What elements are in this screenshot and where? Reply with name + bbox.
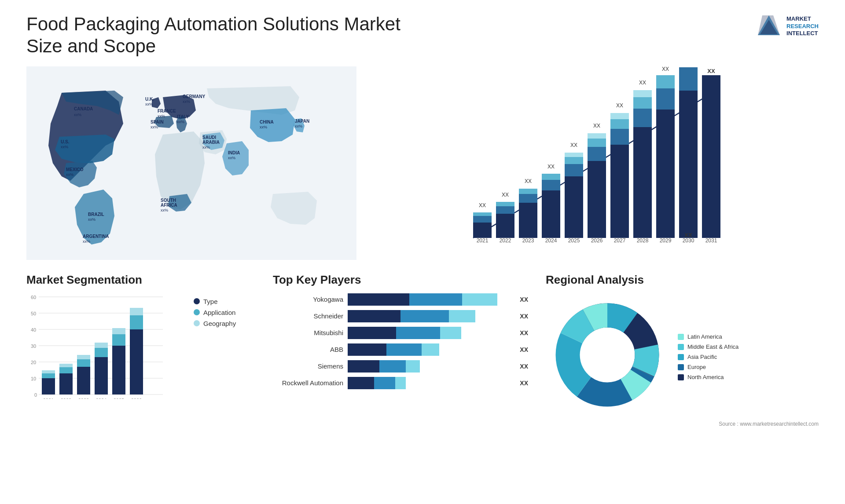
player-val-yokogawa: XX	[520, 296, 528, 303]
page-title: Food Packaging Automation Solutions Mark…	[26, 13, 422, 58]
map-label-saudi: SAUDI	[202, 135, 216, 140]
bar-seg1-abb	[348, 343, 386, 356]
bar-label-2027: XX	[616, 102, 623, 109]
bar-2026-light	[588, 139, 606, 147]
bar-2029-mid	[656, 88, 675, 110]
legend-color-north-america	[678, 374, 684, 380]
player-val-siemens: XX	[520, 363, 528, 370]
bar-seg3-schneider	[449, 310, 475, 322]
map-label-mexico: MEXICO	[66, 167, 84, 172]
bar-chart-svg: XX 2021 XX 2022 XX 2023	[374, 66, 819, 260]
player-name-yokogawa: Yokogawa	[273, 296, 343, 303]
year-2028: 2028	[637, 237, 649, 244]
legend-color-middle-east-africa	[678, 344, 684, 350]
legend-color-latin-america	[678, 334, 684, 340]
map-label-germany: GERMANY	[183, 94, 205, 99]
svg-rect-33	[95, 343, 108, 348]
map-val-canada: xx%	[74, 113, 81, 117]
bar-seg2-rockwell	[374, 377, 395, 389]
top-section: CANADA xx% U.S. xx% MEXICO xx% BRAZIL xx…	[26, 66, 819, 260]
bar-2026-lightest	[588, 133, 606, 139]
year-2030: 2030	[683, 237, 694, 244]
bar-2027-lightest	[610, 113, 629, 119]
key-players-title: Top Key Players	[273, 273, 528, 287]
map-val-saudi: xx%	[202, 145, 210, 150]
map-val-us: xx%	[61, 145, 68, 149]
players-list: Yokogawa XX Schneider	[273, 293, 528, 389]
svg-rect-23	[42, 373, 55, 378]
header: Food Packaging Automation Solutions Mark…	[26, 13, 819, 58]
legend-north-america: North America	[678, 374, 738, 380]
logo-text: MARKET RESEARCH INTELLECT	[786, 15, 819, 38]
legend-asia-pacific: Asia Pacific	[678, 354, 738, 360]
bar-2028-light	[633, 97, 652, 109]
map-val-spain: xx%	[151, 125, 158, 129]
map-label-japan: JAPAN	[295, 119, 309, 124]
map-label-southafrica: SOUTH	[161, 198, 176, 203]
svg-rect-38	[130, 315, 143, 329]
bottom-section: Market Segmentation 0 10 20 30 40 50 60	[26, 273, 819, 427]
player-name-rockwell: Rockwell Automation	[273, 379, 343, 387]
regional-inner: Latin America Middle East & Africa Asia …	[546, 293, 819, 416]
svg-text:40: 40	[31, 327, 36, 332]
legend-color-europe	[678, 364, 684, 370]
bar-2027-mid	[610, 129, 629, 145]
bar-seg2-abb	[386, 343, 422, 356]
svg-rect-26	[59, 367, 73, 373]
regional-title: Regional Analysis	[546, 273, 819, 287]
bar-label-2028: XX	[639, 80, 646, 86]
bar-seg1-schneider	[348, 310, 400, 322]
map-label-india: INDIA	[228, 150, 240, 155]
svg-rect-25	[59, 373, 73, 394]
svg-text:XX: XX	[684, 232, 692, 238]
bar-2023-light	[519, 189, 537, 194]
svg-rect-39	[130, 308, 143, 315]
year-2031: 2031	[705, 237, 717, 244]
svg-rect-31	[95, 357, 108, 394]
player-row-schneider: Schneider XX	[273, 310, 528, 322]
map-label-canada: CANADA	[74, 106, 93, 111]
map-label-southafrica2: AFRICA	[161, 203, 177, 208]
map-label-brazil: BRAZIL	[88, 212, 104, 217]
player-bar-abb	[348, 343, 512, 356]
player-val-schneider: XX	[520, 313, 528, 320]
bar-2029-light	[656, 75, 675, 88]
map-label-argentina: ARGENTINA	[83, 234, 109, 239]
logo-icon	[756, 13, 782, 40]
bar-2022-light	[496, 202, 514, 206]
bar-2022-mid	[496, 206, 514, 214]
svg-text:2021: 2021	[43, 398, 54, 399]
donut-legend: Latin America Middle East & Africa Asia …	[678, 333, 738, 380]
player-name-schneider: Schneider	[273, 312, 343, 320]
svg-rect-34	[112, 346, 125, 394]
bar-2027-light	[610, 119, 629, 129]
legend-geography: Geography	[194, 320, 236, 327]
regional-section: Regional Analysis	[546, 273, 819, 427]
bar-label-2022: XX	[502, 192, 509, 198]
map-val-uk: xx%	[145, 102, 153, 106]
map-val-argentina: xx%	[83, 239, 90, 244]
bar-seg1-yokogawa	[348, 293, 409, 306]
segmentation-title: Market Segmentation	[26, 273, 255, 287]
bar-2028-mid	[633, 109, 652, 127]
player-row-abb: ABB XX	[273, 343, 528, 356]
year-2026: 2026	[591, 237, 603, 244]
bar-seg3-siemens	[406, 360, 420, 373]
player-name-mitsubishi: Mitsubishi	[273, 329, 343, 336]
legend-middle-east-africa: Middle East & Africa	[678, 343, 738, 350]
map-val-japan: xx%	[295, 124, 302, 128]
bar-seg3-rockwell	[395, 377, 406, 389]
legend-dot-type	[194, 298, 200, 304]
bar-label-2023: XX	[525, 178, 532, 184]
bar-seg1-rockwell	[348, 377, 374, 389]
player-bar-rockwell	[348, 377, 512, 389]
svg-text:XX: XX	[707, 68, 715, 74]
player-row-rockwell: Rockwell Automation XX	[273, 377, 528, 389]
bar-2027-dark	[610, 145, 629, 238]
bar-2025-lightest	[565, 153, 583, 157]
svg-rect-37	[130, 329, 143, 394]
bar-2021-dark	[473, 223, 492, 238]
player-row-yokogawa: Yokogawa XX	[273, 293, 528, 306]
year-2022: 2022	[500, 237, 511, 244]
bar-2031-dark	[702, 75, 720, 238]
